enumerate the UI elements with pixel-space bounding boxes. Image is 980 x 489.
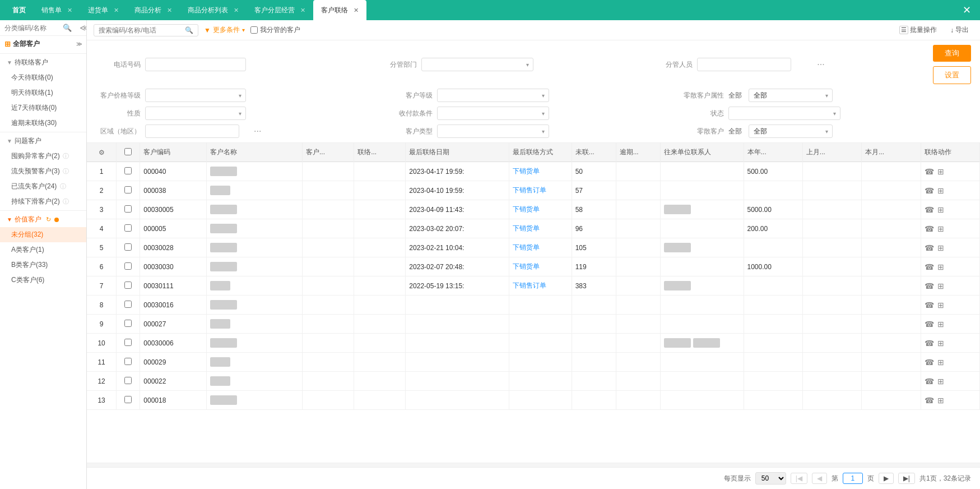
sidebar-item-today-pending[interactable]: 今天待联络(0)	[0, 70, 86, 85]
phone-action-icon[interactable]: ☎	[925, 320, 934, 329]
person-input[interactable]	[697, 58, 791, 71]
method-link[interactable]: 下销货单	[513, 167, 540, 175]
page-number-input[interactable]	[843, 473, 863, 484]
tab-customer-contact[interactable]: 客户联络 ✕	[313, 0, 366, 20]
sidebar-group-value[interactable]: ▼ 价值客户 ↻	[0, 212, 86, 227]
close-analysis-tab-icon[interactable]: ✕	[167, 7, 172, 14]
row-checkbox[interactable]	[124, 396, 132, 403]
row-checkbox[interactable]	[124, 243, 132, 251]
phone-action-icon[interactable]: ☎	[925, 301, 934, 310]
cell-checkbox[interactable]	[117, 219, 140, 238]
grid-action-icon[interactable]: ⊞	[937, 282, 944, 290]
sidebar-group-pending[interactable]: ▼ 待联络客户	[0, 55, 86, 70]
dept-select[interactable]	[421, 58, 533, 71]
cell-last-method[interactable]: 下销售订单	[509, 181, 572, 200]
cell-last-method[interactable]	[509, 334, 572, 353]
sidebar-item-class-b[interactable]: B类客户(33)	[0, 257, 86, 273]
sidebar-all-customers[interactable]: ⊞ 全部客户 ≫	[0, 36, 86, 52]
customer-level-select[interactable]	[437, 89, 549, 102]
row-checkbox[interactable]	[124, 339, 132, 346]
prev-page-button[interactable]: ◀	[812, 473, 827, 484]
cell-checkbox[interactable]	[117, 276, 140, 296]
row-checkbox[interactable]	[124, 205, 132, 213]
tab-purchase[interactable]: 进货单 ✕	[80, 0, 127, 20]
phone-action-icon[interactable]: ☎	[925, 396, 934, 405]
method-link[interactable]: 下销货单	[513, 224, 540, 232]
cell-last-method[interactable]	[509, 296, 572, 315]
sidebar-item-tomorrow-pending[interactable]: 明天待联络(1)	[0, 85, 86, 100]
row-checkbox[interactable]	[124, 262, 132, 270]
grid-action-icon[interactable]: ⊞	[937, 301, 944, 310]
cell-last-method[interactable]: 下销货单	[509, 219, 572, 238]
cell-last-method[interactable]	[509, 391, 572, 410]
row-checkbox[interactable]	[124, 224, 132, 232]
phone-action-icon[interactable]: ☎	[925, 224, 934, 233]
grid-action-icon[interactable]: ⊞	[937, 396, 944, 405]
cell-checkbox[interactable]	[117, 200, 140, 219]
export-button[interactable]: ↓ 导出	[946, 24, 973, 36]
query-button[interactable]: 查询	[933, 45, 971, 62]
batch-operations-button[interactable]: ☰ 批量操作	[895, 24, 941, 36]
region-input[interactable]	[145, 124, 239, 138]
window-close-button[interactable]: ✕	[958, 4, 976, 16]
select-all-checkbox[interactable]	[124, 148, 132, 155]
cell-checkbox[interactable]	[117, 353, 140, 372]
nature-select[interactable]	[145, 107, 246, 120]
sidebar-item-churn-warning[interactable]: 流失预警客户(3) ⓘ	[0, 164, 86, 179]
phone-action-icon[interactable]: ☎	[925, 186, 934, 195]
status-select[interactable]	[728, 107, 840, 120]
sidebar-item-overdue-pending[interactable]: 逾期未联络(30)	[0, 116, 86, 131]
my-customers-checkbox[interactable]	[250, 26, 258, 34]
row-checkbox[interactable]	[124, 320, 132, 327]
sidebar-item-ungroup[interactable]: 未分组(32)	[0, 227, 86, 242]
sidebar-item-week-pending[interactable]: 近7天待联络(0)	[0, 100, 86, 116]
main-search-input[interactable]	[99, 26, 183, 34]
cell-checkbox[interactable]	[117, 315, 140, 334]
tab-sales[interactable]: 销售单 ✕	[34, 0, 80, 20]
tab-home[interactable]: 首页	[4, 0, 34, 20]
cell-last-method[interactable]: 下销货单	[509, 238, 572, 257]
cell-checkbox[interactable]	[117, 334, 140, 353]
phone-action-icon[interactable]: ☎	[925, 339, 934, 348]
scattered-select[interactable]: 全部	[749, 124, 833, 138]
close-purchase-tab-icon[interactable]: ✕	[114, 7, 119, 14]
refresh-icon[interactable]: ↻	[46, 216, 51, 223]
settings-icon[interactable]: ⚙	[99, 149, 105, 156]
row-checkbox[interactable]	[124, 167, 132, 174]
scattered-attr-select[interactable]: 全部	[749, 89, 833, 102]
cell-last-method[interactable]	[509, 315, 572, 334]
phone-action-icon[interactable]: ☎	[925, 243, 934, 252]
more-conditions-button[interactable]: ▼ 更多条件 ▾	[204, 25, 245, 35]
sidebar-group-problem[interactable]: ▼ 问题客户	[0, 133, 86, 149]
th-settings[interactable]: ⚙	[87, 143, 117, 162]
grid-action-icon[interactable]: ⊞	[937, 167, 944, 176]
tab-customer-segment[interactable]: 客户分层经营 ✕	[247, 0, 313, 20]
phone-action-icon[interactable]: ☎	[925, 167, 934, 176]
tab-analysis[interactable]: 商品分析 ✕	[127, 0, 180, 20]
sidebar-item-churned[interactable]: 已流失客户(24) ⓘ	[0, 179, 86, 194]
grid-action-icon[interactable]: ⊞	[937, 224, 944, 233]
method-link[interactable]: 下销货单	[513, 243, 540, 251]
method-link[interactable]: 下销货单	[513, 205, 540, 213]
cell-checkbox[interactable]	[117, 181, 140, 200]
sidebar-collapse-button[interactable]: ≪	[76, 22, 87, 33]
region-more-button[interactable]: ···	[250, 126, 264, 136]
close-sales-tab-icon[interactable]: ✕	[67, 7, 72, 14]
sidebar-search-input[interactable]	[4, 24, 61, 32]
last-page-button[interactable]: ▶|	[898, 473, 915, 484]
cell-checkbox[interactable]	[117, 162, 140, 181]
grid-action-icon[interactable]: ⊞	[937, 205, 944, 214]
payment-select[interactable]	[437, 107, 549, 120]
close-customer-segment-tab-icon[interactable]: ✕	[300, 7, 305, 14]
row-checkbox[interactable]	[124, 301, 132, 308]
grid-action-icon[interactable]: ⊞	[937, 339, 944, 348]
sidebar-item-class-a[interactable]: A类客户(1)	[0, 242, 86, 257]
cell-last-method[interactable]: 下销售订单	[509, 276, 572, 296]
horizontal-scrollbar[interactable]	[87, 463, 980, 467]
person-more-button[interactable]: ···	[814, 59, 828, 70]
price-level-select[interactable]	[145, 89, 246, 102]
phone-action-icon[interactable]: ☎	[925, 358, 934, 367]
grid-action-icon[interactable]: ⊞	[937, 186, 944, 195]
cell-last-method[interactable]: 下销货单	[509, 162, 572, 181]
cell-checkbox[interactable]	[117, 296, 140, 315]
